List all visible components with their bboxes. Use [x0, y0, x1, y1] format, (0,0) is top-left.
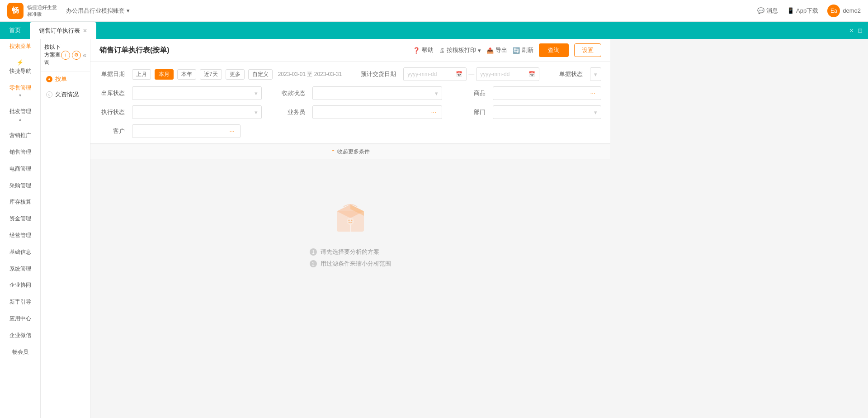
sidebar: 搜索菜单 ⚡ 快捷导航 零售管理 ▾ 批发管理 ▴ 营销推广 销售管理 电商管理… — [0, 39, 41, 418]
date-btn-custom[interactable]: 自定义 — [248, 69, 273, 80]
exec-status-label: 执行状态 — [99, 108, 125, 116]
inactive-scheme-dot: ○ — [46, 91, 52, 98]
message-button[interactable]: 💬 消息 — [757, 7, 778, 15]
payment-status-select[interactable]: ▾ — [312, 86, 442, 100]
sidebar-item-enterprise-wechat[interactable]: 企业微信 — [0, 327, 40, 344]
expand-window-icon[interactable]: ⊡ — [858, 27, 863, 34]
nav-tabs: 首页 销售订单执行表 ✕ ✕ ⊡ — [0, 22, 868, 39]
customer-input[interactable]: ··· — [132, 124, 241, 138]
left-panel-actions: + ⚙ « — [61, 51, 86, 60]
dept-label: 部门 — [460, 108, 486, 116]
sales-rep-label: 业务员 — [280, 108, 305, 116]
sidebar-item-retail-mgmt[interactable]: 零售管理 ▾ — [0, 80, 40, 104]
collapse-filter-bar[interactable]: ⌃ 收起更多条件 — [90, 144, 610, 159]
page-actions: ❓ 帮助 🖨 按模板打印 ▾ 📤 导出 🔄 刷新 — [413, 43, 601, 57]
date-btn-this-year[interactable]: 本年 — [177, 69, 196, 80]
chevron-up-icon: ▴ — [19, 116, 21, 123]
payment-status-label: 收款状态 — [280, 89, 305, 97]
export-icon: 📤 — [486, 47, 494, 54]
sidebar-item-enterprise[interactable]: 企业协同 — [0, 277, 40, 294]
sidebar-item-basics[interactable]: 基础信息 — [0, 244, 40, 261]
search-button[interactable]: 查询 — [539, 43, 569, 57]
svg-point-4 — [347, 218, 354, 225]
sidebar-item-purchase[interactable]: 采购管理 — [0, 177, 40, 194]
expected-date-label: 预计交货日期 — [360, 70, 396, 78]
print-icon: 🖨 — [439, 47, 445, 54]
expected-date-from-input[interactable]: yyyy-mm-dd 📅 — [403, 67, 467, 81]
date-btn-last-month[interactable]: 上月 — [132, 69, 151, 80]
header-right: 💬 消息 📱 App下载 Ea demo2 — [757, 5, 861, 17]
export-button[interactable]: 📤 导出 — [486, 46, 507, 54]
print-chevron-icon: ▾ — [478, 47, 481, 54]
tab-sales-order[interactable]: 销售订单执行表 ✕ — [30, 22, 96, 39]
hint-num-2: 2 — [310, 260, 317, 267]
sidebar-item-member[interactable]: 畅会员 — [0, 344, 40, 361]
logo-text: 畅捷通好生意 标准版 — [27, 4, 57, 17]
product-dots-icon[interactable]: ··· — [588, 90, 597, 97]
collapse-chevron-icon: ⌃ — [331, 149, 335, 155]
date-buttons-group: 上月 本月 本年 近7天 更多 自定义 2023-03-01 至 2023-03… — [132, 69, 342, 80]
user-profile[interactable]: Ea demo2 — [827, 5, 861, 17]
date-btn-this-month[interactable]: 本月 — [155, 69, 174, 80]
message-icon: 💬 — [757, 7, 764, 14]
delivery-status-select[interactable]: ▾ — [132, 86, 262, 100]
sidebar-item-quick-nav[interactable]: ⚡ 快捷导航 — [0, 54, 40, 80]
delivery-status-label: 出库状态 — [99, 89, 125, 97]
date-range-display: 2023-03-01 至 2023-03-31 — [278, 71, 342, 78]
sales-rep-input[interactable]: ··· — [312, 105, 442, 119]
sidebar-item-app-center[interactable]: 应用中心 — [0, 310, 40, 327]
date-btn-last-7-days[interactable]: 近7天 — [200, 69, 222, 80]
sidebar-item-inventory[interactable]: 库存核算 — [0, 194, 40, 210]
left-panel-header: 按以下方案查询 + ⚙ « — [41, 39, 90, 71]
dept-select[interactable]: ▾ — [493, 105, 601, 119]
refresh-icon: 🔄 — [513, 47, 520, 54]
product-input[interactable]: ··· — [493, 86, 601, 100]
scheme-item-anorder[interactable]: ● 按单 — [41, 71, 90, 87]
download-icon: 📱 — [787, 7, 794, 14]
status-select[interactable]: ▾ — [590, 67, 601, 81]
nav-expand: ✕ ⊡ — [844, 27, 868, 34]
customer-dots-icon[interactable]: ··· — [227, 128, 236, 135]
settings-button[interactable]: 设置 — [574, 43, 601, 57]
top-header: 畅 畅捷通好生意 标准版 办公用品行业模拟账套 ▾ 💬 消息 📱 App下载 E… — [0, 0, 868, 22]
tab-home[interactable]: 首页 — [0, 22, 30, 39]
date-separator: — — [468, 71, 474, 78]
account-selector[interactable]: 办公用品行业模拟账套 ▾ — [66, 7, 130, 15]
header-center: 办公用品行业模拟账套 ▾ — [57, 7, 757, 15]
close-window-icon[interactable]: ✕ — [849, 27, 854, 34]
settings-scheme-button[interactable]: ⚙ — [72, 51, 81, 60]
sidebar-item-system[interactable]: 系统管理 — [0, 261, 40, 277]
hint-num-1: 1 — [310, 248, 317, 256]
content-wrapper: 按以下方案查询 + ⚙ « ● 按单 ○ 欠资情况 — [41, 39, 610, 418]
empty-illustration — [328, 195, 373, 241]
status-chevron-icon: ▾ — [594, 71, 597, 78]
sidebar-item-ecommerce[interactable]: 电商管理 — [0, 161, 40, 177]
filter-row-1: 单据日期 上月 本月 本年 近7天 更多 自定义 2023-03-01 至 20… — [99, 67, 601, 81]
add-scheme-button[interactable]: + — [61, 51, 70, 60]
date-btn-more[interactable]: 更多 — [226, 69, 245, 80]
sidebar-item-newbie[interactable]: 新手引导 — [0, 294, 40, 310]
scheme-item-arrears[interactable]: ○ 欠资情况 — [41, 87, 90, 102]
sidebar-search[interactable]: 搜索菜单 — [0, 39, 40, 54]
sidebar-item-marketing[interactable]: 营销推广 — [0, 127, 40, 144]
exec-status-select[interactable]: ▾ — [132, 105, 262, 119]
svg-point-6 — [351, 220, 353, 221]
app-download-button[interactable]: 📱 App下载 — [787, 7, 818, 15]
collapse-panel-button[interactable]: « — [83, 52, 86, 59]
page-title: 销售订单执行表(按单) — [99, 46, 170, 55]
sidebar-item-finance[interactable]: 资金管理 — [0, 210, 40, 227]
sales-rep-dots-icon[interactable]: ··· — [429, 109, 438, 116]
chevron-down-icon: ▾ — [127, 7, 130, 14]
print-button[interactable]: 🖨 按模板打印 ▾ — [439, 46, 481, 54]
sidebar-item-sales-mgmt[interactable]: 销售管理 — [0, 144, 40, 161]
expected-date-to-input[interactable]: yyyy-mm-dd 📅 — [476, 67, 539, 81]
filter-row-3: 执行状态 ▾ 业务员 ··· 部门 ▾ — [99, 105, 601, 119]
refresh-button[interactable]: 🔄 刷新 — [513, 46, 533, 54]
help-button[interactable]: ❓ 帮助 — [413, 46, 434, 54]
sidebar-item-operations[interactable]: 经营管理 — [0, 227, 40, 244]
help-icon: ❓ — [413, 47, 420, 54]
main-layout: 搜索菜单 ⚡ 快捷导航 零售管理 ▾ 批发管理 ▴ 营销推广 销售管理 电商管理… — [0, 39, 868, 418]
empty-hint-1: 1 请先选择要分析的方案 — [310, 248, 391, 256]
tab-close-icon[interactable]: ✕ — [83, 28, 87, 34]
sidebar-item-wholesale-mgmt[interactable]: 批发管理 ▴ — [0, 103, 40, 127]
